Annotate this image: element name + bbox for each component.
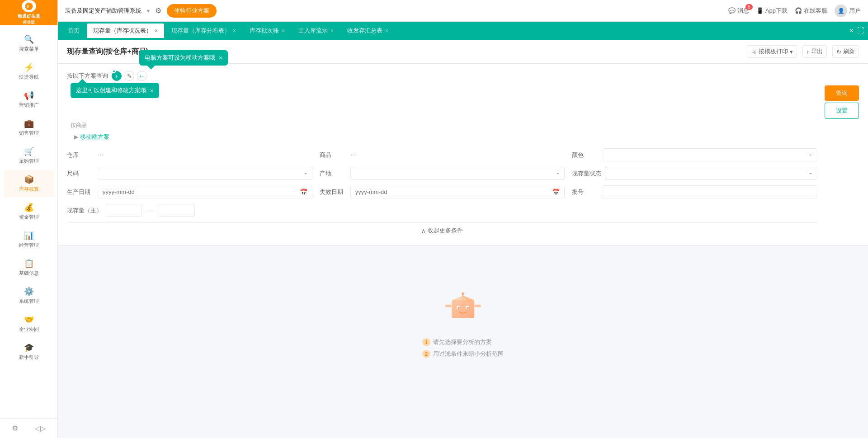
arrow-scheme-btn[interactable]: ←	[137, 71, 147, 81]
app-download-btn[interactable]: 📱 App下载	[756, 7, 788, 15]
calendar-icon-1: 📅	[300, 188, 307, 196]
svg-rect-2	[452, 300, 474, 318]
tab-stock-status[interactable]: 现存量（库存状况表） ×	[87, 24, 164, 38]
filter-batch: 批号	[572, 185, 817, 198]
refresh-btn[interactable]: ↻ 刷新	[832, 45, 859, 58]
svg-rect-11	[445, 305, 452, 307]
batch-input[interactable]	[603, 185, 817, 198]
stock-status-label: 现存量状态	[572, 170, 601, 178]
tip-item-2: 2 用过滤条件来缩小分析范围	[422, 348, 504, 360]
set-button[interactable]: 设置	[825, 103, 859, 119]
sidebar-item-sales[interactable]: 💼 销售管理	[4, 114, 54, 141]
color-label: 颜色	[572, 151, 599, 159]
stock-status-select[interactable]	[605, 167, 817, 180]
messages-btn[interactable]: 💬 消息 6	[728, 7, 749, 15]
origin-select[interactable]	[350, 167, 565, 180]
tab-close-all-btn[interactable]: ×	[849, 27, 854, 35]
user-area[interactable]: 👤 用户	[835, 5, 861, 17]
close-tooltip1-btn[interactable]: ×	[219, 54, 222, 61]
tab-fullscreen-btn[interactable]: ⛶	[857, 27, 864, 35]
export-icon: ↑	[807, 48, 810, 55]
sidebar-item-guide[interactable]: 🎓 新手引导	[4, 338, 54, 365]
color-select[interactable]	[603, 148, 817, 161]
print-icon: 🖨	[751, 48, 757, 55]
filter-row-2: 尺码 产地 现存量状态	[67, 167, 817, 180]
warehouse-dots: ···	[98, 150, 103, 160]
sidebar-item-management[interactable]: 📊 经营管理	[4, 226, 54, 253]
sidebar-item-inventory[interactable]: 📦 库存核算	[4, 170, 54, 197]
production-date-input[interactable]	[103, 188, 298, 195]
collapse-sidebar-btn[interactable]: ◁▷	[35, 424, 46, 433]
guide-icon: 🎓	[24, 343, 34, 353]
scheme-mobile-item[interactable]: ▶ 移动端方案	[74, 131, 817, 143]
sidebar-item-cooperation[interactable]: 🤝 企业协同	[4, 310, 54, 337]
filter-row-3: 生产日期 📅 失效日期 📅	[67, 185, 817, 198]
sub-scheme-label: 按商品	[71, 122, 817, 129]
sidebar-item-system[interactable]: ⚙️ 系统管理	[4, 282, 54, 309]
expiry-date-input[interactable]	[355, 188, 551, 195]
logo-text: 畅通好生意	[18, 13, 40, 19]
trial-button[interactable]: 体验行业方案	[167, 4, 217, 18]
sidebar-nav: 🔍 搜索菜单 ⚡ 快捷导航 📢 营销推广 💼 销售管理 🛒 采购管理 📦 库存核…	[0, 25, 57, 418]
online-service-btn[interactable]: 🎧 在线客服	[795, 7, 827, 15]
scheme-pc-item[interactable]: ▶ 电脑端方案	[74, 87, 817, 99]
sidebar-item-marketing[interactable]: 📢 营销推广	[4, 86, 54, 113]
empty-state: 1 请先选择要分析的方案 2 用过滤条件来缩小分析范围	[58, 246, 868, 396]
stock-main-input-end[interactable]	[159, 204, 195, 217]
cooperation-icon: 🤝	[24, 315, 34, 325]
close-tab-inout[interactable]: ×	[330, 28, 334, 34]
tab-stock-status-label: 现存量（库存状况表）	[93, 27, 152, 35]
print-btn[interactable]: 🖨 按模板打印 ▾	[747, 45, 797, 58]
sidebar-item-quick[interactable]: ⚡ 快捷导航	[4, 58, 54, 85]
query-button[interactable]: 查询	[825, 85, 859, 101]
expiry-date-input-wrapper[interactable]: 📅	[350, 186, 565, 198]
print-label: 按模板打印	[759, 47, 788, 56]
tip-item-1: 1 请先选择要分析的方案	[422, 336, 504, 348]
export-btn[interactable]: ↑ 导出	[802, 45, 827, 58]
edit-scheme-btn[interactable]: ✎	[124, 71, 134, 81]
close-tab-stock-dist[interactable]: ×	[233, 28, 236, 34]
sales-icon: 💼	[24, 118, 34, 128]
tip-text-2: 用过滤条件来缩小分析范围	[433, 348, 504, 360]
close-tab-summary[interactable]: ×	[385, 28, 388, 34]
expiry-date-label: 失效日期	[320, 188, 347, 196]
settings-footer-btn[interactable]: ⚙	[12, 424, 18, 433]
sidebar-item-purchase[interactable]: 🛒 采购管理	[4, 142, 54, 169]
sidebar-item-label: 企业协同	[19, 326, 39, 333]
arrow-left-icon: ←	[138, 71, 146, 81]
close-tooltip2-btn[interactable]: ×	[150, 87, 154, 94]
app-download-icon: 📱	[756, 7, 764, 14]
search-icon: 🔍	[24, 34, 34, 44]
tab-summary[interactable]: 收发存汇总表 ×	[341, 24, 395, 38]
add-scheme-btn[interactable]: +	[112, 71, 122, 81]
tab-inout-flow[interactable]: 出入库流水 ×	[292, 24, 340, 38]
tab-stock-dist-label: 现存量（库存分布表）	[171, 27, 230, 35]
finance-icon: 💰	[24, 203, 34, 212]
stock-main-input[interactable]	[106, 204, 142, 217]
production-date-input-wrapper[interactable]: 📅	[98, 186, 312, 198]
svg-point-8	[467, 307, 469, 309]
tab-stock-dist[interactable]: 现存量（库存分布表） ×	[165, 24, 242, 38]
close-tab-stock-status[interactable]: ×	[155, 28, 158, 34]
tab-batch-account[interactable]: 库存批次账 ×	[243, 24, 291, 38]
scheme-tree: ▶ 电脑端方案 这里可以创建和修改方案哦 × 按商品 ▶ 移动端方案	[67, 87, 817, 143]
warehouse-label: 仓库	[67, 151, 94, 159]
size-select[interactable]	[98, 167, 312, 180]
gear-icon[interactable]: ⚙	[155, 6, 161, 15]
purchase-icon: 🛒	[24, 146, 34, 156]
sidebar-item-label: 搜索菜单	[19, 46, 39, 52]
sidebar-item-finance[interactable]: 💰 资金管理	[4, 198, 54, 225]
sidebar-item-search[interactable]: 🔍 搜索菜单	[4, 30, 54, 57]
tooltip-scheme-mobile: 电脑方案可设为移动方案哦 ×	[139, 50, 228, 66]
product-dots: ···	[350, 150, 356, 160]
close-tab-batch[interactable]: ×	[282, 28, 285, 34]
tooltip-create-scheme: 这里可以创建和修改方案哦 ×	[71, 83, 159, 98]
system-dropdown-icon[interactable]: ▾	[147, 8, 150, 14]
filter-stock-status: 现存量状态	[572, 167, 817, 180]
collapse-filter-btn[interactable]: ∧ 收起更多条件	[67, 222, 817, 238]
sidebar-item-basic[interactable]: 📋 基础信息	[4, 254, 54, 281]
user-avatar: 👤	[835, 5, 847, 17]
refresh-label: 刷新	[843, 47, 855, 56]
filter-product: 商品 ···	[320, 148, 565, 161]
tab-home[interactable]: 首页	[61, 24, 86, 38]
